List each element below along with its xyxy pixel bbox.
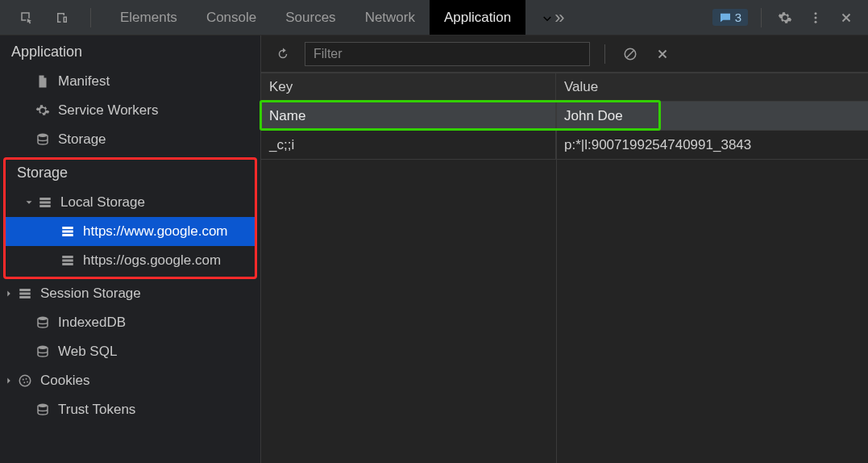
clear-all-icon[interactable] (620, 44, 641, 65)
svg-point-1 (815, 16, 817, 19)
sidebar-item-label: Trust Tokens (58, 402, 135, 418)
divider (604, 44, 605, 64)
annotation-storage-highlight: Storage Local Storage https://www.google… (3, 157, 257, 279)
cell-key: _c;;i (261, 131, 556, 159)
grid-icon (59, 253, 77, 268)
svg-point-2 (815, 20, 817, 23)
sidebar-item-cookies[interactable]: Cookies (0, 366, 260, 395)
sidebar-item-label: https://www.google.com (83, 223, 228, 240)
column-header-key[interactable]: Key (261, 73, 556, 101)
grid-icon (16, 286, 34, 301)
table-row[interactable]: Name John Doe (261, 102, 868, 131)
cookie-icon (16, 373, 34, 388)
sidebar-item-local-storage[interactable]: Local Storage (6, 188, 255, 217)
svg-point-6 (19, 375, 31, 386)
gear-icon (34, 103, 52, 118)
sidebar-item-manifest[interactable]: Manifest (0, 67, 260, 96)
filter-input[interactable] (305, 42, 590, 66)
storage-toolbar (261, 35, 868, 73)
grid-icon (36, 195, 54, 210)
column-header-value[interactable]: Value (556, 73, 868, 101)
inspect-element-icon[interactable] (16, 7, 37, 28)
table-header-row: Key Value (261, 73, 868, 102)
divider (90, 8, 91, 27)
tab-overflow[interactable]: » (525, 0, 579, 35)
svg-point-9 (23, 382, 25, 383)
tab-application[interactable]: Application (430, 0, 525, 35)
sidebar-origin-ogs[interactable]: https://ogs.google.com (6, 246, 255, 275)
device-toolbar-icon[interactable] (52, 7, 73, 28)
database-icon (34, 315, 52, 330)
svg-point-0 (815, 12, 817, 15)
tab-network[interactable]: Network (351, 0, 430, 35)
refresh-icon[interactable] (272, 44, 293, 65)
storage-main-panel: Key Value Name John Doe _c;;i p:*|l:9007… (261, 35, 868, 463)
cell-key: Name (261, 102, 556, 130)
svg-point-7 (23, 378, 24, 380)
sidebar-item-session-storage[interactable]: Session Storage (0, 279, 260, 308)
sidebar-item-indexeddb[interactable]: IndexedDB (0, 308, 260, 337)
sidebar-item-label: Session Storage (40, 286, 141, 302)
sidebar-item-label: Manifest (58, 73, 110, 90)
svg-point-8 (26, 378, 27, 380)
sidebar-item-label: Cookies (40, 373, 89, 389)
devtools-tabbar: Elements Console Sources Network Applica… (0, 0, 868, 35)
sidebar-item-storage[interactable]: Storage (0, 125, 260, 154)
expand-right-icon (2, 288, 16, 299)
sidebar-item-label: Local Storage (60, 194, 145, 211)
svg-point-11 (38, 404, 48, 408)
storage-table: Key Value Name John Doe _c;;i p:*|l:9007… (261, 73, 868, 463)
tab-elements[interactable]: Elements (106, 0, 192, 35)
sidebar-item-trust-tokens[interactable]: Trust Tokens (0, 395, 260, 424)
svg-point-10 (27, 382, 28, 383)
messages-count: 3 (735, 10, 741, 24)
sidebar-item-label: Web SQL (58, 344, 117, 360)
delete-selected-icon[interactable] (652, 44, 673, 65)
database-icon (34, 403, 52, 417)
database-icon (34, 344, 52, 359)
sidebar-origin-google[interactable]: https://www.google.com (6, 217, 255, 246)
kebab-menu-icon[interactable] (805, 7, 826, 28)
file-icon (34, 74, 52, 89)
tab-sources[interactable]: Sources (271, 0, 350, 35)
sidebar-item-websql[interactable]: Web SQL (0, 337, 260, 366)
svg-point-3 (38, 134, 48, 138)
sidebar-item-label: https://ogs.google.com (83, 252, 221, 269)
divider (761, 8, 762, 27)
settings-icon[interactable] (775, 7, 795, 28)
svg-point-5 (38, 346, 48, 350)
cell-value: John Doe (556, 102, 868, 130)
sidebar-item-label: IndexedDB (58, 315, 126, 331)
application-sidebar: Application Manifest Service Workers Sto… (0, 35, 261, 463)
column-divider[interactable] (556, 100, 557, 463)
table-row[interactable]: _c;;i p:*|l:9007199254740991_3843 (261, 131, 868, 160)
sidebar-item-service-workers[interactable]: Service Workers (0, 96, 260, 125)
sidebar-item-label: Service Workers (58, 102, 158, 119)
tab-console[interactable]: Console (192, 0, 271, 35)
sidebar-item-label: Storage (58, 131, 106, 148)
svg-point-4 (38, 317, 48, 321)
grid-icon (59, 224, 77, 239)
messages-badge[interactable]: 3 (712, 9, 748, 26)
expand-right-icon (2, 375, 16, 386)
section-title-storage: Storage (6, 160, 255, 188)
database-icon (34, 132, 52, 147)
close-icon[interactable] (836, 7, 857, 28)
cell-value: p:*|l:9007199254740991_3843 (556, 131, 868, 159)
section-title-application: Application (0, 35, 260, 67)
expand-down-icon (22, 197, 36, 208)
